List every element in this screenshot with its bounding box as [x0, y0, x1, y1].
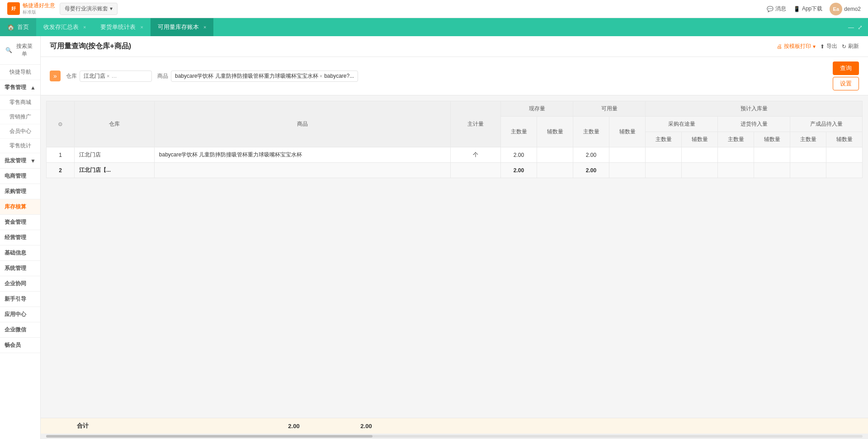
sidebar-section-collab[interactable]: 企业协同 — [0, 276, 40, 292]
minimize-icon[interactable]: — — [848, 24, 854, 31]
app-download-button[interactable]: 📱 App下载 — [793, 5, 822, 13]
sidebar-section-guide[interactable]: 新手引导 — [0, 292, 40, 307]
logo-text: 畅捷通好生意 — [23, 2, 55, 9]
sidebar-section-retail[interactable]: 零售管理 ▲ — [0, 80, 40, 95]
table-row: 2 江北门店【... 2.00 2.00 — [47, 163, 863, 178]
cell-stock-main-1: 2.00 — [501, 147, 537, 163]
sidebar-section-business[interactable]: 经营管理 — [0, 230, 40, 245]
product-filter: 商品 babycare学饮杯 儿童防摔防撞吸管杯重力球吸嘴杯宝宝水杯 × bab… — [157, 71, 358, 82]
cell-product-1: babycare学饮杯 儿童防摔防撞吸管杯重力球吸嘴杯宝宝水杯 — [154, 147, 451, 163]
cell-avail-aux-2 — [609, 163, 646, 178]
cell-finished-main-1 — [790, 147, 826, 163]
close-tab-available[interactable]: × — [203, 24, 206, 30]
sidebar-section-apps[interactable]: 应用中心 — [0, 307, 40, 322]
sidebar-section-system[interactable]: 系统管理 — [0, 261, 40, 276]
scrollbar-track — [46, 435, 863, 438]
chevron-down-icon: ▾ — [110, 5, 113, 12]
scrollbar-thumb[interactable] — [46, 435, 373, 438]
message-button[interactable]: 💬 消息 — [767, 5, 786, 13]
data-table: ⚙ 仓库 商品 主计量 现存量 可用量 预计入库量 主数量 辅数量 主数量 辅数… — [46, 101, 863, 178]
settings-button[interactable]: 设置 — [833, 77, 859, 90]
cell-warehouse-1: 江北门店 — [75, 147, 155, 163]
cell-purchase-main-1 — [646, 147, 682, 163]
refresh-button[interactable]: ↻ 刷新 — [842, 42, 859, 50]
cell-purchase-aux-2 — [682, 163, 718, 178]
cell-stock-aux-2 — [537, 163, 573, 178]
industry-selector[interactable]: 母婴行业演示账套 ▾ — [60, 3, 118, 15]
sidebar-item-retail-mall[interactable]: 零售商城 — [0, 95, 40, 110]
tab-home[interactable]: 🏠 首页 — [0, 18, 36, 36]
cell-incoming-aux-1 — [754, 147, 790, 163]
cell-avail-main-1: 2.00 — [573, 147, 609, 163]
cell-purchase-aux-1 — [682, 147, 718, 163]
summary-avail-main: 2.00 — [348, 423, 384, 430]
top-bar: 好 畅捷通好生意 标准版 母婴行业演示账套 ▾ 💬 消息 📱 App下载 Ea … — [0, 0, 868, 18]
tab-available-stock[interactable]: 可用量库存账本 × — [151, 18, 213, 36]
warehouse-tag: 江北门店 × — [84, 72, 109, 80]
cell-avail-aux-1 — [609, 147, 646, 163]
refresh-icon: ↻ — [842, 43, 846, 50]
template-print-button[interactable]: 🖨 按模板打印 ▾ — [777, 42, 816, 50]
warehouse-label: 仓库 — [66, 72, 77, 80]
cell-stock-main-2: 2.00 — [501, 163, 537, 178]
sidebar-section-vip[interactable]: 畅会员 — [0, 338, 40, 353]
export-button[interactable]: ⬆ 导出 — [820, 42, 837, 50]
sidebar-item-marketing[interactable]: 营销推广 — [0, 110, 40, 124]
page-actions: 🖨 按模板打印 ▾ ⬆ 导出 ↻ 刷新 — [777, 42, 859, 50]
sidebar-item-members[interactable]: 会员中心 — [0, 124, 40, 139]
query-button[interactable]: 查询 — [833, 61, 859, 75]
sidebar-section-wechat[interactable]: 企业微信 — [0, 322, 40, 338]
sidebar-section-inventory[interactable]: 库存核算 — [0, 199, 40, 215]
summary-label: 合计 — [50, 422, 122, 430]
sidebar-section-purchase[interactable]: 采购管理 — [0, 184, 40, 199]
industry-label: 母婴行业演示账套 — [65, 5, 108, 13]
search-menu-button[interactable]: 🔍 搜索菜单 — [4, 41, 37, 60]
chevron-down-icon: ▼ — [30, 158, 36, 164]
sidebar-section-wholesale[interactable]: 批发管理 ▼ — [0, 153, 40, 169]
table-area: ⚙ 仓库 商品 主计量 现存量 可用量 预计入库量 主数量 辅数量 主数量 辅数… — [41, 95, 868, 418]
filter-action-buttons: 查询 设置 — [833, 61, 859, 90]
user-menu[interactable]: Ea demo2 — [830, 3, 861, 15]
cell-warehouse-2: 江北门店【... — [75, 163, 155, 178]
message-icon: 💬 — [767, 6, 774, 12]
sidebar-item-quick-nav[interactable]: 快捷导航 — [0, 65, 40, 80]
warehouse-tags[interactable]: 江北门店 × … — [80, 71, 152, 82]
sidebar-section-ecommerce[interactable]: 电商管理 — [0, 169, 40, 184]
summary-bar: 合计 2.00 2.00 — [41, 418, 868, 434]
product-label: 商品 — [157, 72, 168, 80]
logo-sub: 标准版 — [23, 9, 55, 15]
cell-unit-1: 个 — [451, 147, 501, 163]
maximize-icon[interactable]: ⤢ — [858, 24, 863, 31]
cell-unit-2 — [451, 163, 501, 178]
scrollbar-area — [41, 434, 868, 439]
cell-finished-aux-1 — [826, 147, 863, 163]
cell-stock-aux-1 — [537, 147, 573, 163]
product-tag-2: babycare?... — [324, 73, 354, 79]
main-layout: 🔍 搜索菜单 快捷导航 零售管理 ▲ 零售商城 营销推广 会员中心 零售统计 批… — [0, 36, 868, 439]
sidebar-section-basic-info[interactable]: 基础信息 — [0, 245, 40, 261]
close-tab-order[interactable]: × — [140, 24, 143, 30]
cell-finished-aux-2 — [826, 163, 863, 178]
page-title: 可用量查询(按仓库+商品) — [50, 42, 131, 51]
tab-receive-summary[interactable]: 收发存汇总表 × — [36, 18, 93, 36]
sidebar-section-finance[interactable]: 资金管理 — [0, 215, 40, 230]
top-bar-left: 好 畅捷通好生意 标准版 母婴行业演示账套 ▾ — [7, 2, 118, 15]
filter-bar: » 仓库 江北门店 × … 商品 babycare学饮杯 儿童防摔防撞吸管杯重力… — [41, 57, 868, 95]
product-tag-1-close[interactable]: × — [320, 73, 322, 79]
filter-more-icon[interactable]: … — [111, 73, 117, 79]
sidebar-item-retail-stats[interactable]: 零售统计 — [0, 139, 40, 153]
logo-text-block: 畅捷通好生意 标准版 — [23, 2, 55, 15]
tab-order-stats[interactable]: 要货单统计表 × — [93, 18, 150, 36]
username: demo2 — [844, 6, 861, 12]
cell-index-1: 1 — [47, 147, 75, 163]
table-settings-icon[interactable]: ⚙ — [58, 121, 63, 127]
warehouse-filter: 仓库 江北门店 × … — [66, 71, 152, 82]
window-controls: — ⤢ — [843, 24, 868, 31]
cell-incoming-main-1 — [718, 147, 754, 163]
chevron-down-icon: ▾ — [813, 43, 816, 50]
warehouse-tag-close[interactable]: × — [107, 73, 109, 79]
close-tab-receive[interactable]: × — [83, 24, 86, 30]
product-tags[interactable]: babycare学饮杯 儿童防摔防撞吸管杯重力球吸嘴杯宝宝水杯 × babyca… — [171, 71, 358, 82]
logo-icon: 好 — [7, 2, 20, 15]
filter-expand-button[interactable]: » — [50, 71, 61, 81]
